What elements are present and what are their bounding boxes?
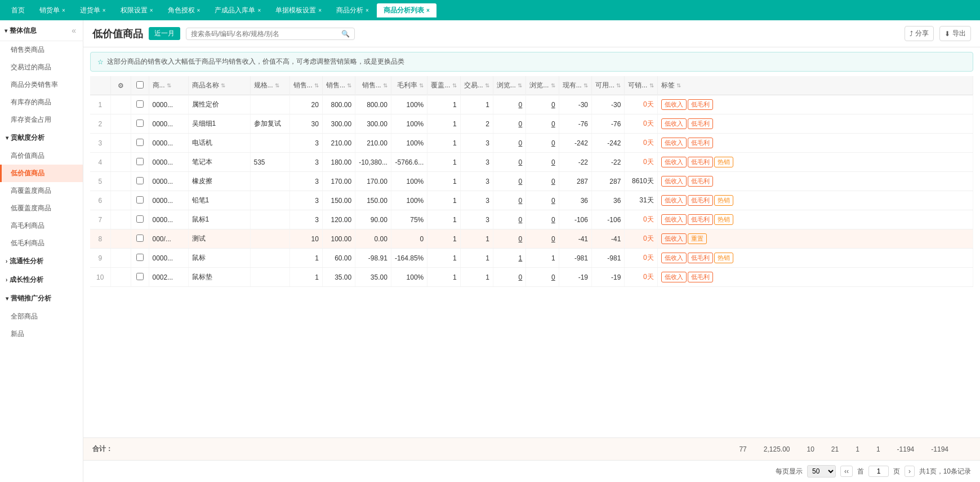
col-tags-header[interactable]: 标签 ⇅ bbox=[657, 76, 973, 95]
row-checkbox[interactable] bbox=[136, 139, 144, 146]
close-product-analysis-icon[interactable]: × bbox=[366, 7, 369, 14]
row-checkbox[interactable] bbox=[136, 177, 144, 184]
row-view1[interactable]: 0 bbox=[493, 191, 525, 210]
row-checkbox-cell[interactable] bbox=[131, 134, 149, 153]
row-view1[interactable]: 0 bbox=[493, 172, 525, 191]
row-checkbox-cell[interactable] bbox=[131, 114, 149, 134]
sidebar-group-circulation[interactable]: › 流通性分析 bbox=[0, 252, 83, 271]
row-checkbox[interactable] bbox=[136, 273, 144, 280]
col-view1-header[interactable]: 浏览... ⇅ bbox=[493, 76, 525, 95]
view1-link[interactable]: 0 bbox=[519, 178, 523, 185]
nav-product-analysis-list[interactable]: 商品分析列表 × bbox=[377, 3, 436, 17]
row-checkbox[interactable] bbox=[136, 215, 144, 223]
search-input[interactable] bbox=[191, 30, 338, 38]
col-profit-rate-header[interactable]: 毛利率 ⇅ bbox=[391, 76, 427, 95]
col-coverage-header[interactable]: 覆盖... ⇅ bbox=[427, 76, 460, 95]
col-settings-header[interactable]: ⚙ bbox=[110, 76, 131, 95]
sidebar-collapse-button[interactable]: « bbox=[69, 24, 78, 37]
page-input[interactable] bbox=[868, 466, 889, 477]
col-spec-header[interactable]: 规格... ⇅ bbox=[250, 76, 289, 95]
close-role-auth-icon[interactable]: × bbox=[197, 7, 201, 14]
close-auth-settings-icon[interactable]: × bbox=[150, 7, 153, 14]
col-view2-header[interactable]: 浏览... ⇅ bbox=[526, 76, 559, 95]
close-analysis-list-icon[interactable]: × bbox=[426, 7, 430, 14]
col-stock-saleable-header[interactable]: 可销... ⇅ bbox=[625, 76, 657, 95]
sidebar-group-growth[interactable]: › 成长性分析 bbox=[0, 271, 83, 289]
nav-sales[interactable]: 销货单 × bbox=[33, 3, 72, 17]
row-checkbox-cell[interactable] bbox=[131, 268, 149, 287]
close-template-icon[interactable]: × bbox=[318, 7, 322, 14]
view1-link[interactable]: 0 bbox=[519, 158, 523, 166]
nav-purchase[interactable]: 进货单 × bbox=[73, 3, 113, 17]
nav-auth-settings[interactable]: 权限设置 × bbox=[114, 3, 160, 17]
row-view1[interactable]: 0 bbox=[493, 268, 525, 287]
select-all-checkbox[interactable] bbox=[136, 81, 144, 89]
view1-link[interactable]: 1 bbox=[519, 254, 523, 262]
row-view1[interactable]: 0 bbox=[493, 114, 525, 134]
next-page-button[interactable]: › bbox=[905, 466, 915, 477]
sidebar-item-all-products[interactable]: 全部商品 bbox=[0, 308, 83, 325]
row-view1[interactable]: 0 bbox=[493, 210, 525, 229]
col-trade-header[interactable]: 交易... ⇅ bbox=[460, 76, 493, 95]
row-checkbox-cell[interactable] bbox=[131, 95, 149, 114]
col-code-header[interactable]: 商... ⇅ bbox=[149, 76, 188, 95]
row-checkbox-cell[interactable] bbox=[131, 210, 149, 229]
sidebar-group-overall[interactable]: ▾ 整体信息 bbox=[5, 26, 37, 36]
col-sale-qty-header[interactable]: 销售... ⇅ bbox=[289, 76, 322, 95]
col-sale-price-header[interactable]: 销售... ⇅ bbox=[322, 76, 355, 95]
nav-home[interactable]: 首页 bbox=[5, 3, 32, 17]
view1-link[interactable]: 0 bbox=[519, 101, 523, 109]
view1-link[interactable]: 0 bbox=[519, 216, 523, 224]
sidebar-item-high-profit[interactable]: 高毛利商品 bbox=[0, 217, 83, 235]
sidebar-item-low-value[interactable]: 低价值商品 bbox=[0, 165, 83, 182]
row-checkbox[interactable] bbox=[136, 235, 144, 242]
nav-product-analysis[interactable]: 商品分析 × bbox=[329, 3, 376, 17]
row-checkbox-cell[interactable] bbox=[131, 191, 149, 210]
row-checkbox-cell[interactable] bbox=[131, 249, 149, 268]
row-view1[interactable]: 0 bbox=[493, 134, 525, 153]
page-size-select[interactable]: 50 100 200 bbox=[807, 465, 836, 477]
search-icon[interactable]: 🔍 bbox=[341, 30, 350, 38]
row-checkbox[interactable] bbox=[136, 254, 144, 261]
row-checkbox[interactable] bbox=[136, 120, 144, 127]
sidebar-item-low-profit[interactable]: 低毛利商品 bbox=[0, 235, 83, 252]
view1-link[interactable]: 0 bbox=[519, 197, 523, 205]
row-checkbox[interactable] bbox=[136, 196, 144, 204]
sidebar-group-contribution[interactable]: ▾ 贡献度分析 bbox=[0, 129, 83, 147]
nav-role-auth[interactable]: 角色授权 × bbox=[161, 3, 207, 17]
row-view1[interactable]: 1 bbox=[493, 249, 525, 268]
sidebar-group-marketing[interactable]: ▾ 营销推广分析 bbox=[0, 289, 83, 308]
period-button[interactable]: 近一月 bbox=[149, 27, 180, 40]
sidebar-item-new-products[interactable]: 新品 bbox=[0, 325, 83, 343]
col-sale-amount-header[interactable]: 销售... ⇅ bbox=[355, 76, 391, 95]
sidebar-item-traded-products[interactable]: 交易过的商品 bbox=[0, 59, 83, 76]
row-checkbox-cell[interactable] bbox=[131, 229, 149, 249]
sidebar-item-high-value[interactable]: 高价值商品 bbox=[0, 147, 83, 165]
row-checkbox-cell[interactable] bbox=[131, 153, 149, 172]
view1-link[interactable]: 0 bbox=[519, 235, 523, 243]
view1-link[interactable]: 0 bbox=[519, 273, 523, 281]
row-view1[interactable]: 0 bbox=[493, 153, 525, 172]
row-view1[interactable]: 0 bbox=[493, 229, 525, 249]
col-checkbox-header[interactable] bbox=[131, 76, 149, 95]
col-stock-current-header[interactable]: 现有... ⇅ bbox=[559, 76, 591, 95]
row-view1[interactable]: 0 bbox=[493, 95, 525, 114]
export-button[interactable]: ⬇ 导出 bbox=[939, 26, 971, 41]
close-sales-icon[interactable]: × bbox=[62, 7, 65, 14]
close-product-inbound-icon[interactable]: × bbox=[257, 7, 261, 14]
sidebar-item-sales-products[interactable]: 销售类商品 bbox=[0, 41, 83, 59]
view1-link[interactable]: 0 bbox=[519, 139, 523, 147]
share-button[interactable]: ⤴ 分享 bbox=[905, 26, 934, 41]
view1-link[interactable]: 0 bbox=[519, 120, 523, 128]
sidebar-item-category-sales-rate[interactable]: 商品分类销售率 bbox=[0, 76, 83, 94]
col-name-header[interactable]: 商品名称 ⇅ bbox=[188, 76, 250, 95]
row-checkbox[interactable] bbox=[136, 100, 144, 108]
sidebar-item-high-coverage[interactable]: 高覆盖度商品 bbox=[0, 182, 83, 200]
nav-product-inbound[interactable]: 产成品入库单 × bbox=[208, 3, 268, 17]
close-purchase-icon[interactable]: × bbox=[103, 7, 106, 14]
nav-template-settings[interactable]: 单据模板设置 × bbox=[269, 3, 328, 17]
row-checkbox[interactable] bbox=[136, 158, 144, 165]
first-page-button[interactable]: ‹‹ bbox=[840, 466, 853, 477]
sidebar-item-low-coverage[interactable]: 低覆盖度商品 bbox=[0, 200, 83, 217]
sidebar-item-in-stock[interactable]: 有库存的商品 bbox=[0, 94, 83, 111]
